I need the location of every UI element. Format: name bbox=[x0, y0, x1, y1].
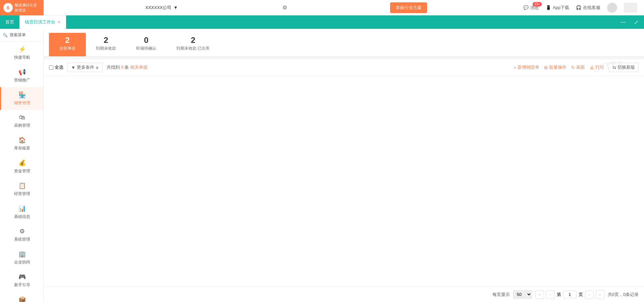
inventory-icon: 🏠 bbox=[18, 136, 26, 144]
stat-num-wangpu: 0 bbox=[144, 36, 148, 45]
switch-label: 切换新版 bbox=[618, 64, 635, 70]
sidebar-item-finance[interactable]: 💰 资金管理 bbox=[0, 155, 43, 178]
sidebar-item-sales[interactable]: 🏪 销售管理 bbox=[0, 87, 43, 110]
page-next-btn[interactable]: › bbox=[585, 290, 594, 299]
found-link[interactable]: 相关单据 bbox=[130, 65, 148, 70]
sidebar-item-appcenter[interactable]: 📦 应用中心 bbox=[0, 292, 43, 302]
basicinfo-icon: 📊 bbox=[18, 205, 26, 212]
sidebar-item-label: 系统管理 bbox=[14, 237, 30, 242]
system-icon: ⚙ bbox=[19, 228, 25, 235]
per-page-select[interactable]: 50 100 200 bbox=[513, 290, 532, 299]
pagination-bar: 每页显示 50 100 200 « ‹ 第 页 › » 共0页，0条记录 bbox=[44, 287, 644, 302]
page-prev-btn[interactable]: ‹ bbox=[546, 290, 555, 299]
stat-num-overdue: 2 bbox=[104, 36, 108, 45]
stat-label-all: 全部单据 bbox=[59, 46, 75, 51]
app-download-label: App下载 bbox=[553, 5, 569, 11]
batch-btn[interactable]: ⊞ 批量操作 bbox=[544, 64, 567, 70]
sidebar-item-label: 基础信息 bbox=[14, 214, 30, 220]
toolbar-right: + 新增销货单 ⊞ 批量操作 ↻ 刷新 🖨 打印 ⇆ 切换新版 bbox=[514, 63, 639, 72]
tab-home[interactable]: 首页 bbox=[0, 15, 19, 29]
page-input[interactable] bbox=[563, 291, 577, 298]
filter-arrow-icon: ∨ bbox=[96, 65, 99, 70]
print-icon: 🖨 bbox=[590, 65, 594, 70]
stat-tab-wangpu[interactable]: 0 旺铺待确认 bbox=[126, 33, 166, 56]
sidebar: 🔍 搜索菜单 ⚡ 快捷导航 📢 营销推广 🏪 销售管理 🛍 采购管理 🏠 库存核… bbox=[0, 29, 44, 302]
top-header: 6 畅捷通好生意 标准版 XXXXXX公司 ▼ ⚙ 体验行业方案 💬 消息 99… bbox=[0, 0, 644, 15]
tab-close-icon[interactable]: ✕ bbox=[57, 20, 61, 24]
sidebar-search[interactable]: 🔍 搜索菜单 bbox=[0, 29, 43, 42]
sidebar-item-basicinfo[interactable]: 📊 基础信息 bbox=[0, 201, 43, 224]
tab-minimize-icon[interactable]: — bbox=[619, 17, 628, 27]
page-label: 第 bbox=[557, 292, 561, 298]
batch-icon: ⊞ bbox=[544, 65, 548, 70]
refresh-btn[interactable]: ↻ 刷新 bbox=[571, 64, 585, 70]
tab-workbench-label: 钱货日清工作台 bbox=[25, 19, 55, 25]
appcenter-icon: 📦 bbox=[18, 296, 26, 302]
stat-num-all: 2 bbox=[65, 36, 69, 45]
stat-tab-overdue-shipped[interactable]: 2 到期未收款 已出库 bbox=[166, 33, 220, 56]
stat-label-wangpu: 旺铺待确认 bbox=[136, 46, 156, 51]
select-all-input[interactable] bbox=[49, 65, 53, 70]
sidebar-item-operations[interactable]: 📋 经营管理 bbox=[0, 178, 43, 201]
newbee-icon: 🎮 bbox=[18, 273, 26, 281]
stat-label-overdue-shipped: 到期未收款 已出库 bbox=[176, 46, 210, 51]
marketing-icon: 📢 bbox=[18, 68, 26, 76]
search-label: 搜索菜单 bbox=[10, 32, 26, 38]
add-icon: + bbox=[514, 65, 516, 70]
tab-workbench[interactable]: 钱货日清工作台 ✕ bbox=[19, 15, 66, 29]
table-area bbox=[44, 76, 644, 287]
page-first-btn[interactable]: « bbox=[535, 290, 544, 299]
headset-icon: 🎧 bbox=[576, 5, 581, 10]
user-name[interactable] bbox=[624, 3, 637, 13]
select-all-label: 全选 bbox=[55, 64, 63, 70]
sidebar-item-marketing[interactable]: 📢 营销推广 bbox=[0, 64, 43, 87]
enterprise-icon: 🏢 bbox=[18, 250, 26, 258]
filter-btn[interactable]: ▼ 更多条件 ∨ bbox=[67, 63, 103, 72]
refresh-label: 刷新 bbox=[576, 64, 585, 70]
company-selector[interactable]: XXXXXX公司 ▼ bbox=[140, 5, 183, 11]
sidebar-item-label: 经营管理 bbox=[14, 191, 30, 197]
settings-icon[interactable]: ⚙ bbox=[279, 2, 290, 13]
sidebar-item-label: 企业协同 bbox=[14, 259, 30, 265]
company-name: XXXXXX公司 bbox=[145, 5, 171, 11]
online-service-btn[interactable]: 🎧 在线客服 bbox=[576, 5, 600, 11]
stat-tab-overdue[interactable]: 2 到期未收款 bbox=[86, 33, 126, 56]
print-btn[interactable]: 🖨 打印 bbox=[590, 64, 604, 70]
quicknav-icon: ⚡ bbox=[18, 46, 26, 53]
stat-tab-all[interactable]: 2 全部单据 bbox=[49, 33, 86, 56]
filter-icon: ▼ bbox=[71, 65, 75, 70]
sidebar-item-inventory[interactable]: 🏠 库存核算 bbox=[0, 132, 43, 155]
logo-area: 6 畅捷通好生意 标准版 bbox=[0, 0, 44, 15]
switch-btn[interactable]: ⇆ 切换新版 bbox=[609, 63, 639, 72]
operations-icon: 📋 bbox=[18, 182, 26, 189]
stat-num-overdue-shipped: 2 bbox=[191, 36, 195, 45]
message-icon: 💬 bbox=[523, 5, 529, 10]
trial-button[interactable]: 体验行业方案 bbox=[390, 2, 427, 13]
phone-icon: 📱 bbox=[546, 5, 551, 10]
message-btn[interactable]: 💬 消息 99+ bbox=[523, 5, 539, 11]
sidebar-item-label: 营销推广 bbox=[14, 77, 30, 83]
sidebar-item-quicknav[interactable]: ⚡ 快捷导航 bbox=[0, 42, 43, 64]
filter-label: 更多条件 bbox=[77, 64, 94, 70]
content-area: 2 全部单据 2 到期未收款 0 旺铺待确认 2 到期未收款 已出库 bbox=[44, 29, 644, 302]
add-sales-btn[interactable]: + 新增销货单 bbox=[514, 64, 539, 70]
logo-icon: 6 bbox=[3, 3, 13, 12]
stats-bar: 2 全部单据 2 到期未收款 0 旺铺待确认 2 到期未收款 已出库 bbox=[44, 29, 644, 57]
user-avatar[interactable] bbox=[607, 3, 617, 13]
switch-icon: ⇆ bbox=[612, 65, 616, 70]
select-all-checkbox[interactable]: 全选 bbox=[49, 64, 63, 70]
sidebar-item-system[interactable]: ⚙ 系统管理 bbox=[0, 224, 43, 246]
online-service-label: 在线客服 bbox=[583, 5, 600, 11]
page-last-btn[interactable]: » bbox=[596, 290, 604, 299]
app-download-btn[interactable]: 📱 App下载 bbox=[546, 5, 569, 11]
page-total: 共0页，0条记录 bbox=[608, 292, 639, 298]
sidebar-item-label: 资金管理 bbox=[14, 168, 30, 174]
main-layout: 🔍 搜索菜单 ⚡ 快捷导航 📢 营销推广 🏪 销售管理 🛍 采购管理 🏠 库存核… bbox=[0, 29, 644, 302]
tab-expand-icon[interactable]: ⤢ bbox=[631, 17, 641, 27]
sidebar-item-enterprise[interactable]: 🏢 企业协同 bbox=[0, 246, 43, 269]
tab-home-label: 首页 bbox=[5, 19, 14, 25]
sidebar-item-purchase[interactable]: 🛍 采购管理 bbox=[0, 110, 43, 132]
sidebar-item-newbee[interactable]: 🎮 新手引导 bbox=[0, 269, 43, 292]
stat-label-overdue: 到期未收款 bbox=[96, 46, 116, 51]
add-label: 新增销货单 bbox=[518, 64, 539, 70]
